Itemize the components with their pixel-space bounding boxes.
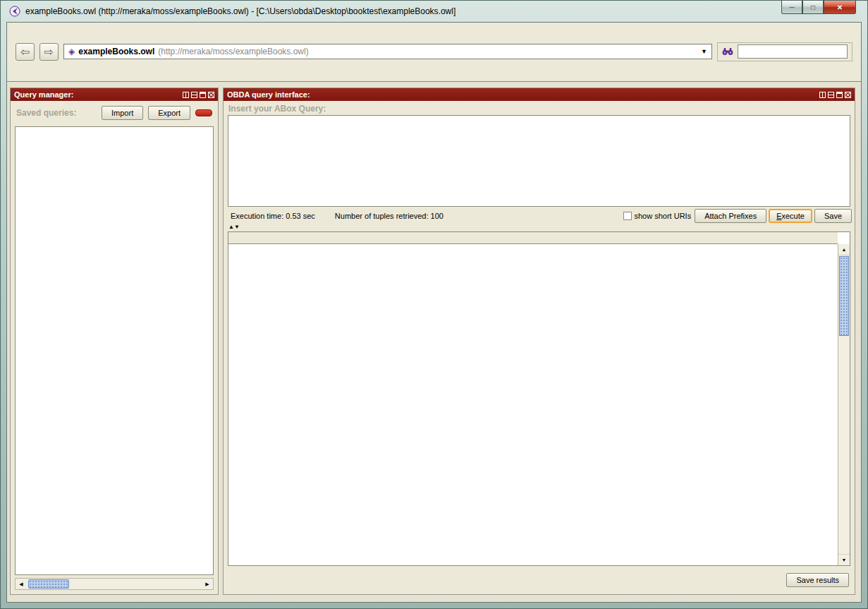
protege-logo-icon xyxy=(9,6,20,17)
show-short-uris-label: show short URIs xyxy=(634,212,691,220)
close-button[interactable]: ✕ xyxy=(824,1,856,14)
query-manager-title: Query manager: xyxy=(14,90,73,99)
forward-arrow-button[interactable]: ⇨ xyxy=(39,43,59,61)
float-icon[interactable] xyxy=(183,92,189,98)
save-query-button[interactable]: Save xyxy=(814,209,852,223)
search-group xyxy=(717,42,852,61)
query-manager-header: Query manager: xyxy=(11,88,218,101)
obda-query-header: OBDA query interface: xyxy=(224,88,855,101)
back-arrow-button[interactable]: ⇦ xyxy=(16,43,35,61)
panel-window-controls xyxy=(183,92,214,98)
menu-bar xyxy=(7,23,861,40)
scrollbar-thumb[interactable] xyxy=(28,579,69,589)
toolbar: ⇦ ⇨ ◈ exampleBooks.owl (http://meraka/mo… xyxy=(7,40,861,64)
window-frame: exampleBooks.owl (http://meraka/moss/exa… xyxy=(0,0,868,609)
float-icon[interactable] xyxy=(819,92,826,98)
ontology-name: exampleBooks.owl xyxy=(78,47,154,56)
horizontal-scrollbar[interactable]: ◀ ▶ xyxy=(15,578,214,590)
ontology-selector[interactable]: ◈ exampleBooks.owl (http://meraka/moss/e… xyxy=(63,44,712,59)
results-table-header xyxy=(228,232,838,244)
insert-query-label: Insert your ABox Query: xyxy=(224,101,855,115)
splitter-collapse-icons[interactable]: ▲▼ xyxy=(228,224,240,230)
obda-query-panel: OBDA query interface: Insert your ABox Q… xyxy=(223,88,855,595)
window-controls: ─ □ ✕ xyxy=(781,1,856,14)
maximize-button[interactable]: □ xyxy=(802,1,824,14)
chevron-down-icon[interactable]: ▼ xyxy=(701,48,707,55)
query-editor[interactable] xyxy=(228,115,850,207)
titlebar[interactable]: exampleBooks.owl (http://meraka/moss/exa… xyxy=(1,1,754,22)
query-actions: show short URIs Attach Prefixes Execute … xyxy=(623,209,852,223)
back-arrow-icon: ⇦ xyxy=(20,45,30,59)
ontology-uri: (http://meraka/moss/exampleBooks.owl) xyxy=(158,47,308,56)
window-title: exampleBooks.owl (http://meraka/moss/exa… xyxy=(25,6,456,16)
minimize-button[interactable]: ─ xyxy=(781,1,802,14)
forward-arrow-icon: ⇨ xyxy=(44,45,54,59)
scroll-down-icon[interactable]: ▼ xyxy=(838,554,850,565)
obda-query-title: OBDA query interface: xyxy=(227,90,310,99)
import-button[interactable]: Import xyxy=(102,106,143,120)
attach-prefixes-button[interactable]: Attach Prefixes xyxy=(695,209,766,223)
execute-button[interactable]: Execute xyxy=(769,209,812,223)
export-button[interactable]: Export xyxy=(148,106,190,120)
binoculars-icon xyxy=(722,47,733,56)
results-footer: Save results xyxy=(224,566,855,594)
close-panel-icon[interactable] xyxy=(208,92,214,98)
maximize-panel-icon[interactable] xyxy=(200,92,206,98)
execution-time: Execution time: 0.53 sec xyxy=(231,212,315,220)
show-short-uris-checkbox[interactable] xyxy=(623,212,632,220)
scroll-right-icon[interactable]: ▶ xyxy=(202,579,213,589)
tab-strip xyxy=(7,64,861,81)
scrollbar-thumb[interactable] xyxy=(839,256,849,336)
splitter[interactable]: ▲▼ xyxy=(224,225,855,231)
saved-queries-label: Saved queries: xyxy=(16,108,76,118)
scroll-up-icon[interactable]: ▲ xyxy=(838,244,850,255)
query-status-bar: Execution time: 0.53 sec Number of tuple… xyxy=(224,207,855,225)
save-results-button[interactable]: Save results xyxy=(786,573,849,587)
delete-query-button[interactable] xyxy=(195,109,212,116)
tuples-retrieved: Number of tuples retrieved: 100 xyxy=(335,212,444,220)
saved-queries-list xyxy=(15,126,214,575)
scroll-left-icon[interactable]: ◀ xyxy=(16,579,27,589)
panel-window-controls xyxy=(819,92,851,98)
maximize-panel-icon[interactable] xyxy=(836,92,843,98)
vertical-scrollbar[interactable]: ▲ ▼ xyxy=(838,244,850,565)
minimize-panel-icon[interactable] xyxy=(828,92,834,98)
search-input[interactable] xyxy=(738,44,848,59)
saved-queries-toolbar: Saved queries: Import Export xyxy=(11,101,218,125)
results-table: ▲ ▼ xyxy=(228,231,850,566)
query-manager-panel: Query manager: Saved queries: Import Exp… xyxy=(10,88,219,595)
workspace: Query manager: Saved queries: Import Exp… xyxy=(7,81,861,602)
results-table-body xyxy=(228,244,838,565)
minimize-panel-icon[interactable] xyxy=(191,92,197,98)
close-panel-icon[interactable] xyxy=(845,92,851,98)
app-client-area: ⇦ ⇨ ◈ exampleBooks.owl (http://meraka/mo… xyxy=(6,22,862,603)
ontology-diamond-icon: ◈ xyxy=(68,47,75,56)
